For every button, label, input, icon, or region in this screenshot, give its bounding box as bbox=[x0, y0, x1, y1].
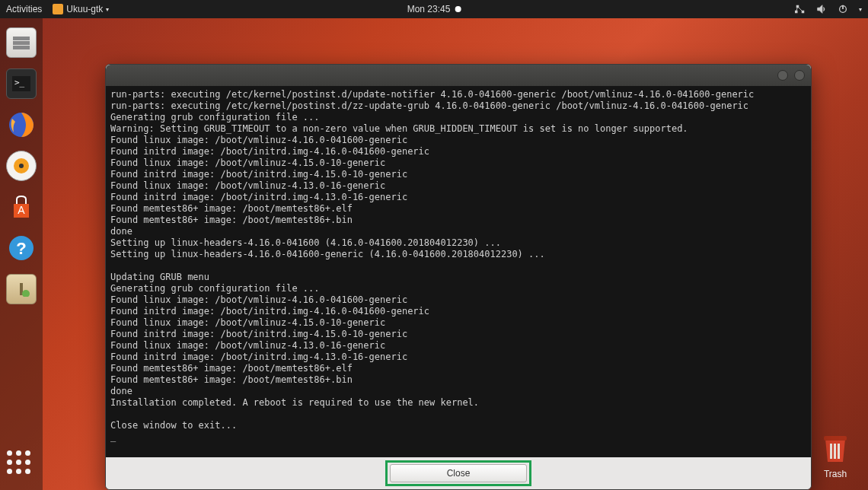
terminal-icon: >_ bbox=[12, 76, 30, 91]
svg-rect-21 bbox=[838, 444, 840, 459]
svg-rect-7 bbox=[13, 46, 30, 49]
trash-icon bbox=[821, 433, 850, 463]
app-name-label: Ukuu-gtk bbox=[66, 4, 103, 14]
music-icon bbox=[12, 157, 30, 175]
svg-text:A: A bbox=[18, 204, 25, 216]
volume-icon[interactable] bbox=[816, 4, 827, 14]
clock-label: Mon 23:45 bbox=[407, 4, 451, 14]
activities-button[interactable]: Activities bbox=[6, 4, 42, 14]
dock-item-help[interactable]: ? bbox=[6, 233, 37, 263]
svg-rect-5 bbox=[13, 37, 30, 40]
titlebar[interactable] bbox=[106, 65, 811, 86]
maximize-button[interactable] bbox=[794, 70, 805, 81]
app-icon bbox=[53, 4, 63, 14]
minimize-button[interactable] bbox=[777, 70, 788, 81]
notification-dot-icon bbox=[455, 6, 461, 12]
svg-rect-4 bbox=[842, 5, 844, 9]
app-menu[interactable]: Ukuu-gtk ▾ bbox=[53, 4, 109, 14]
svg-point-17 bbox=[22, 290, 30, 297]
top-bar: Activities Ukuu-gtk ▾ Mon 23:45 ▾ bbox=[0, 0, 868, 18]
dock: >_ A ? bbox=[0, 18, 43, 490]
firefox-icon bbox=[8, 111, 35, 138]
files-icon bbox=[11, 33, 31, 52]
dock-item-software[interactable]: A bbox=[6, 192, 37, 222]
trash-label: Trash bbox=[821, 469, 850, 479]
svg-text:>_: >_ bbox=[14, 78, 25, 88]
dock-item-firefox[interactable] bbox=[6, 110, 37, 140]
svg-text:?: ? bbox=[16, 239, 26, 258]
dock-item-terminal[interactable]: >_ bbox=[6, 68, 37, 99]
help-icon: ? bbox=[8, 234, 35, 262]
dock-item-files[interactable] bbox=[6, 27, 37, 58]
network-icon[interactable] bbox=[795, 4, 806, 14]
button-row: Close bbox=[106, 457, 811, 489]
software-icon: A bbox=[8, 193, 35, 221]
close-button[interactable]: Close bbox=[390, 464, 527, 482]
trash[interactable]: Trash bbox=[821, 433, 850, 479]
power-icon[interactable] bbox=[838, 4, 848, 14]
system-menu-chevron-icon[interactable]: ▾ bbox=[859, 6, 862, 13]
show-applications-button[interactable] bbox=[7, 450, 36, 479]
ukuu-window: run-parts: executing /etc/kernel/postins… bbox=[105, 64, 812, 490]
svg-rect-19 bbox=[830, 444, 832, 459]
archive-icon bbox=[12, 282, 30, 297]
chevron-down-icon: ▾ bbox=[106, 6, 109, 13]
dock-item-rhythmbox[interactable] bbox=[6, 151, 37, 181]
svg-rect-6 bbox=[13, 41, 30, 45]
dock-item-archive[interactable] bbox=[6, 274, 37, 304]
clock[interactable]: Mon 23:45 bbox=[407, 4, 461, 14]
svg-point-12 bbox=[19, 164, 24, 168]
terminal-output: run-parts: executing /etc/kernel/postins… bbox=[106, 86, 811, 457]
svg-rect-20 bbox=[834, 444, 836, 459]
svg-rect-18 bbox=[824, 436, 847, 441]
